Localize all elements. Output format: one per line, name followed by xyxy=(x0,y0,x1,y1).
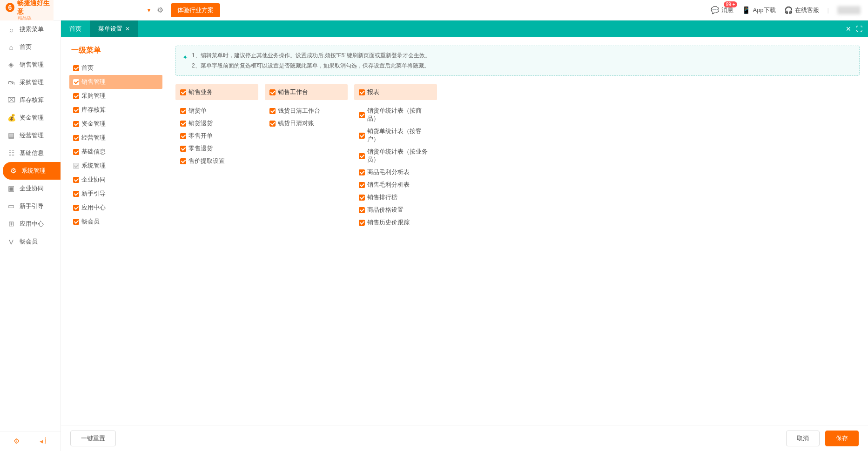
checkbox[interactable] xyxy=(73,177,79,183)
menu-subitem[interactable]: 零售开单 xyxy=(176,130,257,142)
checkbox[interactable] xyxy=(73,121,79,127)
sidebar-item-5[interactable]: 💰资金管理 xyxy=(0,109,61,127)
online-service-button[interactable]: 🎧 在线客服 xyxy=(784,6,819,14)
menu-subitem[interactable]: 售价提取设置 xyxy=(176,155,257,168)
menu-subitem[interactable]: 销货单统计表（按客户） xyxy=(355,125,436,146)
chevron-down-icon[interactable]: ▾ xyxy=(148,7,150,13)
sidebar-item-6[interactable]: ▤经营管理 xyxy=(0,127,61,144)
checkbox[interactable] xyxy=(359,220,365,226)
checkbox[interactable] xyxy=(73,149,79,155)
app-header: 6 畅捷通好生意 精品版 ▾ ⚙ 体验行业方案 💬 消息 99 + 📱 App下… xyxy=(0,0,868,20)
checkbox[interactable] xyxy=(359,182,365,188)
checkbox[interactable] xyxy=(359,195,365,201)
tab-close-all-icon[interactable]: ✕ xyxy=(846,25,851,33)
checkbox[interactable] xyxy=(359,153,365,159)
sidebar-settings-icon[interactable]: ⚙ xyxy=(13,437,20,445)
menu-subitem[interactable]: 销货单 xyxy=(176,105,257,117)
level1-item-1[interactable]: 销售管理 xyxy=(69,75,162,89)
menu-subitem[interactable]: 销售排行榜 xyxy=(355,191,436,204)
tab-label: 菜单设置 xyxy=(98,25,122,33)
menu-subitem[interactable]: 商品价格设置 xyxy=(355,204,436,216)
sidebar-item-9[interactable]: ▣企业协同 xyxy=(0,180,61,197)
menu-subitem[interactable]: 销售毛利分析表 xyxy=(355,179,436,191)
level1-item-4[interactable]: 资金管理 xyxy=(69,117,162,131)
sidebar-item-label: 库存核算 xyxy=(20,96,44,104)
checkbox[interactable] xyxy=(359,169,365,175)
sidebar-item-0[interactable]: ⌕搜索菜单 xyxy=(0,20,61,38)
menu-column-head[interactable]: 销售业务 xyxy=(175,84,258,100)
checkbox[interactable] xyxy=(269,89,276,95)
menu-subitem[interactable]: 商品毛利分析表 xyxy=(355,166,436,179)
menu-subitem[interactable]: 销售历史价跟踪 xyxy=(355,216,436,229)
checkbox[interactable] xyxy=(359,112,365,118)
checkbox[interactable] xyxy=(180,133,186,139)
checkbox[interactable] xyxy=(180,89,186,95)
sidebar-item-4[interactable]: ⌧库存核算 xyxy=(0,91,61,109)
headset-icon: 🎧 xyxy=(784,6,793,14)
menu-column-head[interactable]: 报表 xyxy=(354,84,437,100)
level1-item-5[interactable]: 经营管理 xyxy=(69,131,162,145)
detail-panel: ✦ 1、编辑菜单时，建议停止其他业务操作。设置成功后,须按"F5"键刷新页面或重… xyxy=(175,46,860,443)
level1-item-0[interactable]: 首页 xyxy=(69,61,162,75)
checkbox[interactable] xyxy=(180,158,186,164)
logo-text: 畅捷通好生意 xyxy=(17,0,54,16)
checkbox[interactable] xyxy=(180,108,186,114)
checkbox[interactable] xyxy=(73,135,79,141)
menu-subitem[interactable]: 零售退货 xyxy=(176,142,257,155)
messages-button[interactable]: 💬 消息 99 + xyxy=(711,6,733,14)
checkbox[interactable] xyxy=(73,107,79,113)
checkbox[interactable] xyxy=(73,79,79,85)
menu-subitem[interactable]: 钱货日清工作台 xyxy=(266,105,347,117)
industry-plan-button[interactable]: 体验行业方案 xyxy=(171,3,220,17)
menu-column-head[interactable]: 销售工作台 xyxy=(265,84,348,100)
sidebar-item-3[interactable]: 🛍采购管理 xyxy=(0,74,61,91)
sidebar-item-label: 采购管理 xyxy=(20,78,44,87)
sidebar-item-10[interactable]: ▭新手引导 xyxy=(0,197,61,215)
save-button[interactable]: 保存 xyxy=(825,431,859,446)
checkbox[interactable] xyxy=(73,163,79,169)
checkbox[interactable] xyxy=(359,207,365,213)
level1-item-6[interactable]: 基础信息 xyxy=(69,145,162,159)
sidebar-item-8[interactable]: ⚙系统管理 xyxy=(3,162,61,180)
checkbox[interactable] xyxy=(73,191,79,197)
level1-item-9[interactable]: 新手引导 xyxy=(69,187,162,201)
cancel-button[interactable]: 取消 xyxy=(786,431,820,446)
menu-subitem[interactable]: 销货单统计表（按业务员） xyxy=(355,146,436,166)
level1-item-7[interactable]: 系统管理 xyxy=(69,159,162,173)
menu-subitem[interactable]: 销货单统计表（按商品） xyxy=(355,105,436,125)
checkbox[interactable] xyxy=(359,133,365,139)
sidebar-item-2[interactable]: ◈销售管理 xyxy=(0,56,61,74)
menu-subitem[interactable]: 销货退货 xyxy=(176,117,257,130)
sidebar-item-7[interactable]: ☷基础信息 xyxy=(0,144,61,162)
checkbox[interactable] xyxy=(73,219,79,225)
checkbox[interactable] xyxy=(269,121,276,127)
checkbox[interactable] xyxy=(269,108,276,114)
checkbox[interactable] xyxy=(180,146,186,152)
app-download-button[interactable]: 📱 App下载 xyxy=(742,6,775,14)
tab-0[interactable]: 首页 xyxy=(61,20,90,37)
sidebar-item-1[interactable]: ⌂首页 xyxy=(0,38,61,56)
tab-close-icon[interactable]: ✕ xyxy=(125,26,130,32)
sidebar-item-12[interactable]: V畅会员 xyxy=(0,233,61,250)
org-selector[interactable] xyxy=(59,6,129,14)
gear-icon[interactable]: ⚙ xyxy=(157,6,163,14)
checkbox[interactable] xyxy=(73,65,79,71)
level1-item-3[interactable]: 库存核算 xyxy=(69,103,162,117)
checkbox[interactable] xyxy=(73,93,79,99)
checkbox[interactable] xyxy=(180,121,186,127)
checkbox[interactable] xyxy=(73,205,79,211)
level1-item-2[interactable]: 采购管理 xyxy=(69,89,162,103)
checkbox[interactable] xyxy=(359,89,365,95)
tab-fullscreen-icon[interactable]: ⛶ xyxy=(856,25,862,33)
sidebar-item-label: 系统管理 xyxy=(21,167,46,175)
menu-subitem[interactable]: 钱货日清对账 xyxy=(266,117,347,130)
sidebar-item-11[interactable]: ⊞应用中心 xyxy=(0,215,61,233)
reset-button[interactable]: 一键重置 xyxy=(70,431,116,446)
level1-item-10[interactable]: 应用中心 xyxy=(69,201,162,215)
level1-item-8[interactable]: 企业协同 xyxy=(69,173,162,187)
tab-1[interactable]: 菜单设置✕ xyxy=(90,20,138,37)
level1-item-11[interactable]: 畅会员 xyxy=(69,215,162,229)
user-avatar[interactable] xyxy=(837,6,861,14)
sidebar-collapse-icon[interactable]: ◂⸾ xyxy=(40,437,47,445)
menu-subitem-label: 售价提取设置 xyxy=(188,157,225,165)
